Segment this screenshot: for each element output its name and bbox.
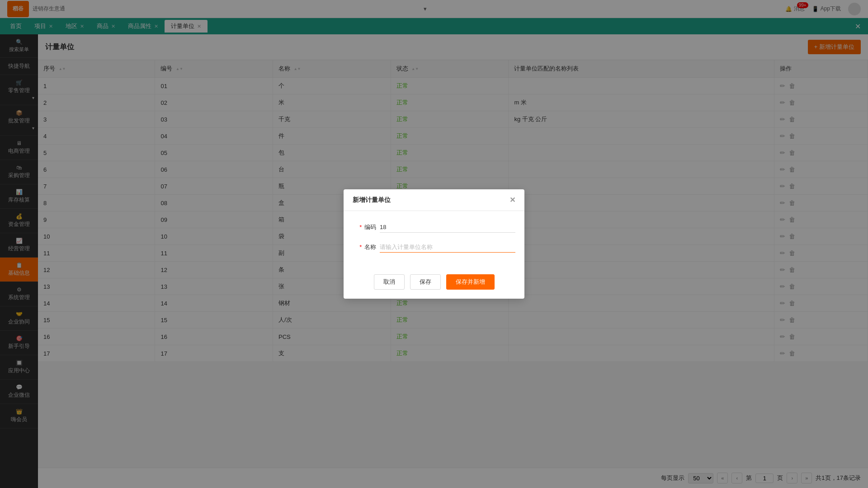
modal-close-btn[interactable]: ✕ [509,196,515,204]
form-row-name: * 名称 [353,242,515,253]
code-input[interactable] [380,222,515,233]
form-row-code: * 编码 [353,222,515,233]
modal-title: 新增计量单位 [353,196,391,204]
modal-header: 新增计量单位 ✕ [344,189,524,211]
code-label: * 编码 [353,223,380,231]
name-required-mark: * [359,244,362,250]
save-button[interactable]: 保存 [410,274,441,290]
name-label: * 名称 [353,243,380,251]
modal-overlay[interactable]: 新增计量单位 ✕ * 编码 * 名称 取消 保存 保存并新增 [0,0,868,488]
name-input[interactable] [380,242,515,253]
modal-footer: 取消 保存 保存并新增 [344,269,524,299]
code-required-mark: * [359,224,362,230]
save-and-new-button[interactable]: 保存并新增 [446,274,495,290]
modal-body: * 编码 * 名称 [344,211,524,269]
add-unit-modal: 新增计量单位 ✕ * 编码 * 名称 取消 保存 保存并新增 [344,189,524,299]
cancel-button[interactable]: 取消 [374,274,405,290]
